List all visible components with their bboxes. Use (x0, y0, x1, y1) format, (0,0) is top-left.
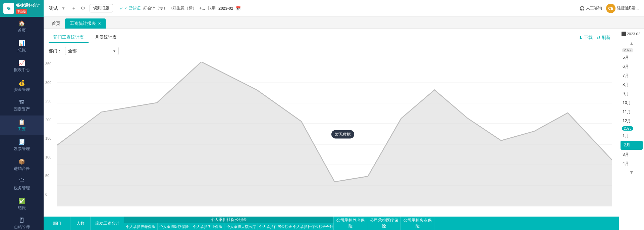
sidebar-label-closing: 结账 (18, 205, 26, 211)
more-status: +... (199, 6, 205, 11)
user-avatar: CE (606, 4, 615, 13)
sidebar-icon-reports: 📈 (18, 60, 25, 66)
business-type: +好生意（标） (170, 5, 197, 11)
table-col-人数: 人数 (70, 217, 91, 230)
chart-svg (57, 62, 612, 206)
topbar-icons: ＋ ⚙ (70, 4, 86, 12)
group-col-个人承担社保公积金合计: 个人承担社保公积金合计 (293, 223, 333, 230)
month-item[interactable]: 7月 (619, 71, 644, 80)
refresh-button[interactable]: ↺ 刷新 (597, 35, 610, 41)
main-panel: 部门工资统计表 月份统计表 ⬇ 下载 ↺ 刷新 部门： (44, 29, 619, 230)
sidebar-item-fund[interactable]: 💰资金管理 (0, 76, 44, 96)
sidebar-item-invoice[interactable]: 🧾发票管理 (0, 135, 44, 155)
year-2023: 2023 (619, 126, 644, 131)
y-label: 50 (45, 174, 51, 178)
sidebar-icon-general-ledger: 📊 (18, 40, 25, 46)
tab-home[interactable]: 首页 (47, 18, 65, 29)
sidebar-item-reports[interactable]: 📈报表中心 (0, 56, 44, 76)
header-actions: ⬇ 下载 ↺ 刷新 (579, 32, 614, 43)
topbar: 测试 ▼ ＋ ⚙ 切到旧版 ✓ ✓ 已认证 好会计（专） +好生意（标） +..… (44, 0, 644, 17)
right-date-panel: ⬛ 2023.02 ▲ 20225月6月7月8月9月10月11月12月20231… (619, 29, 644, 230)
sidebar-item-tax[interactable]: 🏛税务管理 (0, 175, 44, 194)
sidebar: 畅 畅捷通好会计 专业版 🏠首页📊总账📈报表中心💰资金管理🏗固定资产📋工资🧾发票… (0, 0, 44, 230)
y-label: 250 (45, 99, 51, 103)
download-button[interactable]: ⬇ 下载 (579, 35, 593, 41)
year-2022-badge: 2022 (622, 48, 633, 52)
date-icon: ⬛ (621, 32, 626, 36)
topbar-right: 🎧 人工咨询 CE 轻捷通B运... (580, 4, 639, 13)
y-label: 150 (45, 136, 51, 140)
bottom-table: 部门人数应发工资合计个人承担社保公积金个人承担养老保险个人承担医疗保险个人承担失… (44, 217, 619, 230)
group-col-个人承担医疗保险: 个人承担医疗保险 (158, 223, 191, 230)
month-item-active[interactable]: 2月 (621, 141, 643, 150)
add-icon[interactable]: ＋ (70, 4, 77, 12)
sub-tab-dept[interactable]: 部门工资统计表 (49, 32, 89, 43)
year-2023-badge: 2023 (622, 126, 633, 131)
sidebar-icon-fund: 💰 (18, 80, 25, 86)
sidebar-icon-purchase-sales: 📦 (18, 158, 25, 165)
settings-icon[interactable]: ⚙ (80, 4, 86, 12)
month-item[interactable]: 12月 (619, 117, 644, 126)
topbar-status: ✓ ✓ 已认证 好会计（专） +好生意（标） +... 账期 2023-02 📅 (120, 5, 241, 11)
table-group-individual: 个人承担社保公积金个人承担养老保险个人承担医疗保险个人承担失业保险个人承担大额医… (124, 217, 334, 230)
tab-salary-report[interactable]: 工资统计报表 ✕ (65, 18, 106, 29)
group-col-个人承担养老保险: 个人承担养老保险 (124, 223, 158, 230)
tab-close-icon[interactable]: ✕ (98, 21, 101, 26)
sidebar-label-salary: 工资 (18, 126, 26, 132)
sidebar-item-archive[interactable]: 🗄归档管理 (0, 214, 44, 230)
content-area: 部门工资统计表 月份统计表 ⬇ 下载 ↺ 刷新 部门： (44, 29, 644, 230)
certified-status: ✓ ✓ 已认证 (120, 5, 141, 11)
group-col-个人承担大额医疗: 个人承担大额医疗 (224, 223, 258, 230)
sub-tab-monthly[interactable]: 月份统计表 (90, 32, 121, 43)
sidebar-item-home[interactable]: 🏠首页 (0, 17, 44, 37)
sidebar-icon-invoice: 🧾 (18, 139, 25, 145)
switch-version-button[interactable]: 切到旧版 (90, 4, 113, 12)
sidebar-label-home: 首页 (18, 28, 26, 33)
logo-icon: 畅 (3, 3, 14, 14)
table-group-title: 个人承担社保公积金 (124, 217, 333, 223)
date-scroll-down[interactable]: ▼ (619, 168, 644, 176)
period-value: 2023-02 (218, 6, 233, 11)
month-item[interactable]: 4月 (619, 159, 644, 168)
current-date: 2023.02 (627, 32, 640, 36)
month-item[interactable]: 10月 (619, 98, 644, 107)
month-item[interactable]: 1月 (619, 131, 644, 140)
logo-badge: 专业版 (16, 9, 27, 14)
account-type: 好会计（专） (143, 5, 167, 11)
sidebar-icon-archive: 🗄 (19, 218, 24, 224)
dept-select[interactable]: 全部财务部销售部人事部技术部 (65, 47, 119, 55)
tabs-bar: 首页 工资统计报表 ✕ (44, 17, 644, 29)
sidebar-label-tax: 税务管理 (14, 185, 30, 191)
sidebar-logo: 畅 畅捷通好会计 专业版 (0, 0, 44, 17)
year-2022: 2022 (619, 47, 644, 53)
y-label: 100 (45, 155, 51, 159)
month-item[interactable]: 3月 (619, 150, 644, 159)
month-item[interactable]: 9月 (619, 89, 644, 98)
dept-select-wrapper: 全部财务部销售部人事部技术部 (65, 47, 119, 55)
refresh-icon: ↺ (597, 35, 600, 40)
sidebar-item-fixed-assets[interactable]: 🏗固定资产 (0, 96, 44, 116)
date-panel-header: ⬛ 2023.02 (619, 29, 644, 39)
topbar-arrow[interactable]: ▼ (61, 6, 65, 11)
month-item[interactable]: 11月 (619, 107, 644, 117)
month-item[interactable]: 5月 (619, 53, 644, 62)
consult-button[interactable]: 🎧 人工咨询 (580, 5, 602, 11)
sidebar-icon-closing: ✅ (18, 198, 25, 204)
month-item[interactable]: 8月 (619, 80, 644, 89)
sidebar-item-salary[interactable]: 📋工资 (0, 116, 44, 135)
table-col-after-公司承担失业保险: 公司承担失业保险 (401, 217, 434, 230)
date-scroll-up[interactable]: ▲ (619, 39, 644, 47)
sidebar-item-purchase-sales[interactable]: 📦进销台账 (0, 155, 44, 175)
calendar-icon[interactable]: 📅 (236, 6, 241, 11)
sidebar-label-purchase-sales: 进销台账 (14, 166, 30, 172)
sidebar-label-archive: 归档管理 (14, 225, 30, 230)
sidebar-item-general-ledger[interactable]: 📊总账 (0, 37, 44, 56)
y-label: 300 (45, 81, 51, 85)
month-item[interactable]: 6月 (619, 62, 644, 71)
sub-tabs: 部门工资统计表 月份统计表 ⬇ 下载 ↺ 刷新 (44, 29, 619, 43)
sidebar-label-fixed-assets: 固定资产 (14, 106, 30, 112)
sidebar-label-invoice: 发票管理 (14, 146, 30, 152)
group-col-个人承担住房公积金: 个人承担住房公积金 (258, 223, 293, 230)
user-menu[interactable]: CE 轻捷通B运... (606, 4, 639, 13)
sidebar-item-closing[interactable]: ✅结账 (0, 194, 44, 214)
